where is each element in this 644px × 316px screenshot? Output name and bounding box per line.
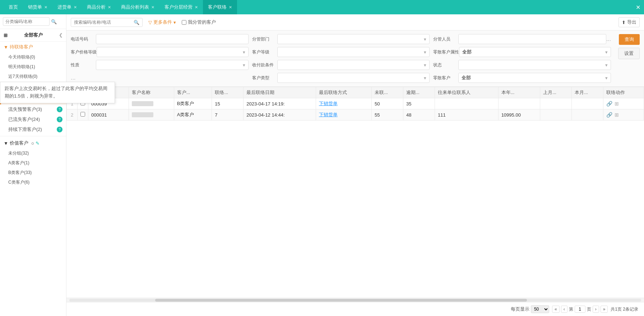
- phone-input[interactable]: [96, 34, 249, 44]
- row-not-contacted-2: 55: [372, 109, 403, 121]
- dots-button[interactable]: ...: [606, 36, 611, 42]
- scattered-customer-select[interactable]: 全部 ▾: [458, 73, 611, 83]
- sidebar-search-icon[interactable]: 🔍: [51, 19, 57, 24]
- last-month-header: 上月...: [540, 87, 572, 98]
- sidebar-item-today[interactable]: 今天待联络(0): [0, 52, 66, 62]
- table-row: 2 000031 A类客户 7 2023-04-12 14:44: 下销货单 5…: [67, 109, 644, 121]
- next-page-button[interactable]: ›: [593, 306, 599, 313]
- right-content: 🔍 ▽ 更多条件 ▾ 我分管的客户 ⬆ 导出: [66, 14, 644, 316]
- row-last-month-1: [540, 98, 572, 109]
- department-select[interactable]: ▾: [277, 34, 430, 44]
- row-overdue-1: 35: [403, 98, 435, 109]
- price-grade-select[interactable]: ▾: [97, 47, 249, 57]
- sidebar-item-ungroup[interactable]: 未分组(32): [0, 148, 66, 158]
- method-link-2[interactable]: 下销货单: [319, 112, 338, 117]
- close-customer-tier-icon[interactable]: ✕: [195, 5, 198, 10]
- page-number-input[interactable]: [575, 306, 585, 313]
- close-sales-icon[interactable]: ✕: [44, 5, 47, 10]
- nav-purchase[interactable]: 进货单 ✕: [52, 0, 82, 14]
- setting-button[interactable]: 设置: [618, 48, 640, 59]
- status-select[interactable]: ▾: [458, 60, 611, 70]
- nav-customer-contact[interactable]: 客户联络 ✕: [203, 0, 237, 14]
- more-conditions-button[interactable]: ▽ 更多条件 ▾: [145, 18, 179, 27]
- search-icon[interactable]: 🔍: [134, 20, 139, 25]
- pending-group-title[interactable]: ▼ 待联络客户: [0, 42, 66, 52]
- link-icon-2[interactable]: 🔗: [606, 112, 612, 118]
- last-contact-date-header: 最后联络日期: [244, 87, 316, 98]
- sidebar-item-c-class[interactable]: C类客户(6): [0, 178, 66, 187]
- nature-select[interactable]: ▾: [96, 60, 249, 70]
- row-checkbox-2[interactable]: [78, 109, 88, 121]
- row-2-checkbox[interactable]: [80, 112, 85, 117]
- scattered-attr-select[interactable]: 全部 ▾: [459, 47, 611, 57]
- horizontal-scrollbar[interactable]: [66, 298, 644, 302]
- customer-grade-select[interactable]: ▾: [277, 47, 430, 57]
- page-size-select: 每页显示 50 20 100: [511, 305, 549, 313]
- close-purchase-icon[interactable]: ✕: [74, 5, 77, 10]
- arrow-down-icon: ▼: [4, 44, 8, 50]
- sidebar-item-b-class[interactable]: B类客户(33): [0, 168, 66, 178]
- arrow-down-icon-value: ▼: [4, 141, 8, 146]
- export-button[interactable]: ⬆ 导出: [618, 17, 640, 27]
- advanced-filter: 电话号码 分管部门 ▾ 分管人员: [66, 30, 644, 87]
- extra-dots-button[interactable]: ...: [71, 75, 75, 81]
- data-table-area: ⚙ 客户编码 客户名称 客户... 联络... 最后联络日期 最后联络方式 未联…: [66, 87, 644, 298]
- sidebar-item-loss-warning[interactable]: 流失预警客户(3) ?: [0, 104, 66, 114]
- nav-home[interactable]: 首页: [4, 0, 23, 14]
- grid-icon-1[interactable]: ⊞: [615, 101, 619, 107]
- edit-icon[interactable]: ✎: [36, 141, 40, 146]
- my-customers-checkbox-label[interactable]: 我分管的客户: [182, 19, 216, 25]
- prev-page-button[interactable]: ‹: [561, 306, 567, 313]
- row-method-2[interactable]: 下销货单: [316, 109, 371, 121]
- row-unit-contact-2: 111: [435, 109, 499, 121]
- row-method-1[interactable]: 下销货单: [316, 98, 371, 109]
- sidebar-item-declining[interactable]: 持续下滑客户(2) ?: [0, 124, 66, 135]
- left-sidebar: 🔍 ⊞ 全部客户 ❮ ▼ 待联络客户 今天待联络(0) 明天待联络(1) 近7天…: [0, 14, 66, 316]
- close-product-analysis-list-icon[interactable]: ✕: [151, 5, 154, 10]
- sidebar-item-lost[interactable]: 已流失客户(24) ?: [0, 114, 66, 124]
- value-customer-title[interactable]: ▼ 价值客户 ○ ✎: [0, 138, 66, 148]
- chevron-down-icon: ▾: [173, 20, 176, 25]
- info-icon-declining[interactable]: ?: [57, 127, 62, 132]
- dropdown-arrow-7: ▾: [605, 62, 608, 68]
- per-page-dropdown[interactable]: 50 20 100: [531, 305, 549, 313]
- scroll-track[interactable]: [69, 299, 641, 302]
- export-icon: ⬆: [622, 20, 626, 25]
- customer-type-select[interactable]: ▾: [277, 73, 430, 83]
- close-product-analysis-icon[interactable]: ✕: [108, 5, 111, 10]
- link-icon-1[interactable]: 🔗: [606, 101, 612, 107]
- info-icon-lost[interactable]: ?: [57, 117, 62, 122]
- manager-input[interactable]: [458, 34, 606, 44]
- row-type-1: B类客户: [174, 98, 212, 109]
- not-contacted-header: 未联...: [372, 87, 403, 98]
- row-name-1: [129, 98, 174, 109]
- payment-select[interactable]: ▾: [277, 60, 430, 70]
- page-navigation: « ‹ 第 页 › »: [552, 306, 608, 313]
- scroll-thumb[interactable]: [155, 299, 527, 302]
- blurred-name-2: [132, 112, 153, 117]
- nav-close-all-button[interactable]: ✕: [636, 4, 640, 11]
- query-button[interactable]: 查询: [619, 34, 640, 45]
- nav-product-analysis[interactable]: 商品分析 ✕: [82, 0, 116, 14]
- close-customer-contact-icon[interactable]: ✕: [229, 5, 232, 10]
- filter-department: 分管部门 ▾: [252, 34, 430, 44]
- grid-icon-2[interactable]: ⊞: [615, 112, 619, 118]
- this-month-header: 本月...: [572, 87, 603, 98]
- collapse-icon[interactable]: ❮: [59, 33, 62, 38]
- nav-product-analysis-list[interactable]: 商品分析列表 ✕: [116, 0, 159, 14]
- row-name-2: [129, 109, 174, 121]
- info-icon-loss[interactable]: ?: [57, 107, 62, 112]
- sidebar-item-a-class[interactable]: A类客户(1): [0, 158, 66, 168]
- nav-customer-tier[interactable]: 客户分层经营 ✕: [159, 0, 203, 14]
- method-link-1[interactable]: 下销货单: [319, 101, 338, 106]
- all-customers-title[interactable]: ⊞ 全部客户 ❮: [0, 29, 66, 42]
- nav-sales[interactable]: 销货单 ✕: [23, 0, 52, 14]
- my-customers-checkbox[interactable]: [182, 20, 186, 25]
- first-page-button[interactable]: «: [552, 306, 560, 313]
- sidebar-item-7days[interactable]: 近7天待联络(0): [0, 72, 66, 81]
- sidebar-item-tomorrow[interactable]: 明天待联络(1): [0, 62, 66, 72]
- search-input[interactable]: [74, 20, 134, 25]
- action-header: 联络动作: [603, 87, 644, 98]
- sidebar-search-input[interactable]: [3, 17, 50, 26]
- last-page-button[interactable]: »: [601, 306, 608, 313]
